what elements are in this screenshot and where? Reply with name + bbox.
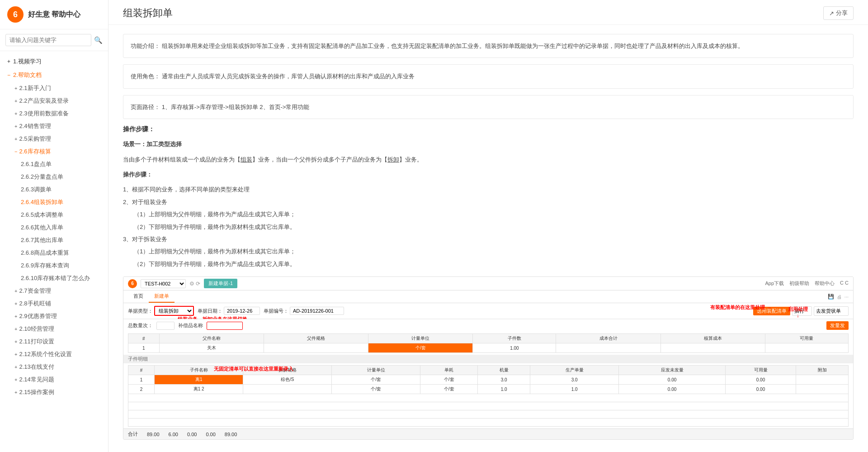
cell-b-unit: 个/套 [332, 375, 420, 385]
annotation-enable-text: 启用处理 [788, 306, 808, 313]
step2-1: （1）上部明细为父件明细，最终作为产成品生成其它入库单； [123, 209, 854, 219]
sidebar-item-docs[interactable]: − 2.帮助文档 [0, 68, 108, 82]
mini-tab-actions: 💾 🖨 ··· [828, 294, 849, 300]
path-label: 页面路径： [131, 104, 160, 110]
search-input[interactable] [5, 34, 91, 46]
sidebar-item-2-6-8[interactable]: 2.6.8商品成本重算 [0, 247, 108, 259]
cell-parent-name: 关木 [159, 343, 264, 353]
cell-b-consume2: 个/套 [420, 385, 478, 394]
sidebar-item-install[interactable]: + 2.2产品安装及登录 [0, 95, 108, 107]
table-row: 1 关木 个/套 1.00 [128, 343, 849, 353]
mini-tab-home[interactable]: 首页 [128, 290, 149, 303]
sidebar-item-sales[interactable]: + 2.4销售管理 [0, 120, 108, 133]
arrow-enable-icon: ↓ [797, 313, 799, 318]
function-intro-box: 功能介绍： 组装拆卸单用来处理企业组装或拆卸等加工业务，支持有固定装配清单的产品… [123, 34, 854, 58]
sidebar-mobile-label: 2.8手机旺铺 [19, 300, 51, 308]
col-cost-total: 成本合计 [556, 334, 660, 343]
sidebar-item-biz[interactable]: + 2.10经营管理 [0, 323, 108, 335]
cell-b-unfulfilled2: 0.00 [619, 385, 726, 394]
sidebar: 6 好生意 帮助中心 🔍 + 1.视频学习 − 2.帮助文档 + 2.1新手入门… [0, 0, 108, 452]
col-num: # [128, 334, 160, 343]
col-calc-cost: 核算成本 [660, 334, 765, 343]
cell-b-name2: 离1 2 [155, 385, 243, 394]
sidebar-item-2-6-9[interactable]: 2.6.9库存账本查询 [0, 259, 108, 272]
mini-field1-input[interactable] [207, 322, 243, 330]
mini-save-icon: 💾 [828, 294, 834, 300]
step1: 1、根据不同的业务，选择不同单据的类型来处理 [123, 184, 854, 195]
sidebar-item-inventory[interactable]: − 2.6库存核算 [0, 145, 108, 158]
mini-company-select[interactable]: TEST-H002 [141, 279, 186, 288]
sidebar-item-2-6-7[interactable]: 2.6.7其他出库单 [0, 234, 108, 247]
cell-b-spec2 [243, 385, 332, 394]
main-content-area: 组装拆卸单 ↗ 分享 功能介绍： 组装拆卸单用来处理企业组装或拆卸等加工业务，支… [108, 0, 868, 452]
path-box: 页面路径： 1、库存核算->库存管理->组装拆卸单 2、首页->常用功能 [123, 95, 854, 119]
mini-type-select[interactable]: 组装拆卸 [154, 306, 194, 316]
col-b-unfulfilled: 应发未发量 [619, 366, 726, 375]
mini-ship-btn[interactable]: 去发货状单 [814, 306, 849, 316]
cell-parent-spec [264, 343, 368, 353]
cell-num: 1 [128, 343, 160, 353]
sidebar-item-video[interactable]: + 1.视频学习 [0, 55, 108, 68]
col-parent-name: 父件名称 [159, 334, 264, 343]
sidebar-item-2-6-2[interactable]: 2.6.2分量盘点单 [0, 171, 108, 183]
share-button[interactable]: ↗ 分享 [823, 6, 854, 20]
sidebar-item-2-6-1[interactable]: 2.6.1盘点单 [0, 158, 108, 171]
sidebar-item-faq[interactable]: + 2.14常见问题 [0, 373, 108, 386]
annotation-enable: 启用处理 ↓ [788, 306, 808, 318]
sidebar-item-2-6-3[interactable]: 2.6.3调拨单 [0, 183, 108, 196]
mini-divider: 子件明细 无固定清单可以直接在这里重新录入 [123, 355, 853, 363]
sidebar-inventory-label: 2.6库存核算 [19, 147, 51, 156]
sidebar-item-mobile[interactable]: + 2.8手机旺铺 [0, 297, 108, 310]
sidebar-item-payment[interactable]: + 2.13在线支付 [0, 361, 108, 373]
sidebar-item-purchase[interactable]: + 2.5采购管理 [0, 133, 108, 145]
main-scrollable-content: 功能介绍： 组装拆卸单用来处理企业组装或拆卸等加工业务，支持有固定装配清单的产品… [108, 25, 868, 452]
sidebar-item-2-6-10[interactable]: 2.6.10库存账本错了怎么办 [0, 272, 108, 285]
plus-icon: + [14, 377, 17, 382]
role-label: 使用角色： [131, 73, 160, 80]
mini-type-field: 单据类型： 组装拆卸 [128, 306, 194, 316]
step3-1: （1）上部明细为父件明细，最终作为原材料生成其它出库单； [123, 246, 854, 257]
mini-count-label: 总数量次： [128, 322, 153, 329]
col-b-num: # [128, 366, 155, 375]
ops-title: 操作步骤： [123, 125, 854, 133]
step2: 2、对于组装业务 [123, 197, 854, 207]
main-header: 组装拆卸单 ↗ 分享 [108, 0, 868, 25]
search-area: 🔍 [0, 29, 108, 51]
plus-icon: + [14, 124, 17, 129]
sidebar-item-2-6-6[interactable]: 2.6.6其他入库单 [0, 221, 108, 234]
col-child-count: 子件数 [473, 334, 556, 343]
mini-tab-new[interactable]: 新建单 [149, 290, 175, 303]
mini-date-field: 单据日期： [198, 307, 260, 315]
footer-total-label: 合计 [128, 431, 138, 438]
search-button[interactable]: 🔍 [94, 36, 103, 44]
cell-b-avail2: 0.00 [726, 385, 796, 394]
mini-new-order-btn[interactable]: 新建单据-1 [204, 279, 237, 288]
footer-total4: 0.00 [206, 432, 215, 437]
sidebar-item-cases[interactable]: + 2.15操作案例 [0, 386, 108, 399]
sidebar-item-2-6-4[interactable]: 2.6.4组装拆卸单 [0, 196, 108, 209]
sidebar-item-newbie[interactable]: + 2.1新手入门 [0, 82, 108, 95]
cell-b-num2: 2 [128, 385, 155, 394]
mini-top-table-wrapper: # 父件名称 父件规格 计量单位 子件数 成本合计 核算成本 可用量 [123, 332, 853, 355]
sidebar-item-video-label: 1.视频学习 [13, 57, 42, 66]
col-b-extra: 附加 [796, 366, 849, 375]
sidebar-item-coupon[interactable]: + 2.9优惠券管理 [0, 310, 108, 323]
sidebar-item-finance[interactable]: + 2.7资金管理 [0, 285, 108, 297]
mini-confirm-btn[interactable]: 发量发 [826, 321, 849, 330]
mini-nav-helpcenter: 帮助中心 [815, 280, 835, 287]
cell-b-qty: 3.0 [478, 375, 530, 385]
mini-nav-user: C C [840, 280, 849, 287]
sidebar-print-label: 2.11打印设置 [19, 338, 54, 346]
sidebar-item-customize[interactable]: + 2.12系统个性化设置 [0, 348, 108, 361]
mini-number-input[interactable] [290, 307, 344, 315]
col-unit: 计量单位 [368, 334, 473, 343]
sidebar-item-2-6-5[interactable]: 2.6.5成本调整单 [0, 209, 108, 221]
sidebar-item-data[interactable]: + 2.3使用前数据准备 [0, 107, 108, 120]
col-available: 可用量 [765, 334, 848, 343]
sidebar-item-print[interactable]: + 2.11打印设置 [0, 335, 108, 348]
mini-count-input[interactable] [156, 322, 175, 330]
cell-b-unfulfilled: 0.00 [619, 375, 726, 385]
mini-date-input[interactable] [224, 307, 260, 315]
screenshot-container: 6 TEST-H002 ⚙ ⟳ 新建单据-1 App下载 初级帮助 帮助中心 C… [123, 276, 854, 440]
sidebar-purchase-label: 2.5采购管理 [19, 135, 51, 143]
